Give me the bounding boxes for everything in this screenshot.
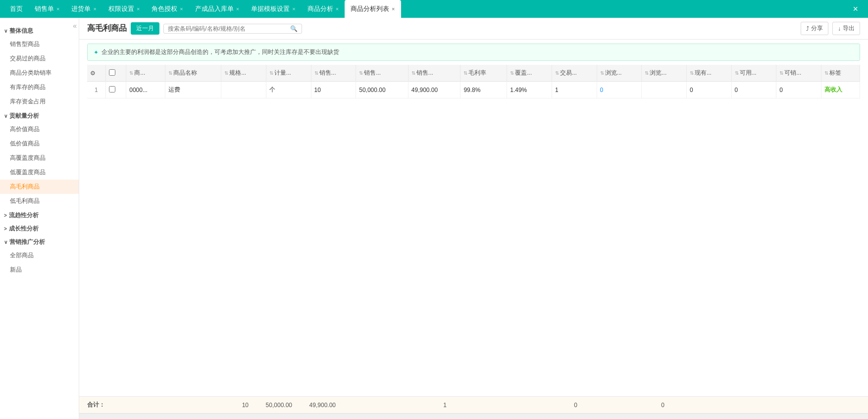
top-navigation: 首页销售单×进货单×权限设置×角色授权×产成品入库单×单据模板设置×商品分析×商… — [0, 0, 868, 18]
cell-spec — [221, 82, 266, 98]
nav-item-单据模板设置[interactable]: 单据模板设置× — [245, 0, 301, 18]
nav-close-销售单[interactable]: × — [56, 6, 59, 12]
nav-close-权限设置[interactable]: × — [137, 6, 140, 12]
cell-unit: 个 — [266, 82, 311, 98]
nav-item-商品分析列表[interactable]: 商品分析列表× — [345, 0, 401, 18]
nav-close-角色授权[interactable]: × — [180, 6, 183, 12]
row-checkbox[interactable] — [109, 86, 115, 93]
cell-tag: 高收入 — [821, 82, 860, 98]
sort-icon-view1[interactable]: ⇅ — [600, 70, 604, 76]
sidebar-group-贡献量分析[interactable]: ∨贡献量分析 — [0, 109, 79, 122]
sort-icon-stock_saleable[interactable]: ⇅ — [779, 70, 783, 76]
col-header-sales_qty[interactable]: ⇅销售... — [311, 65, 356, 82]
sidebar-item-销售型商品[interactable]: 销售型商品 — [0, 37, 79, 51]
group-arrow: ∨ — [4, 239, 7, 245]
sort-icon-unit[interactable]: ⇅ — [269, 70, 273, 76]
sidebar-item-全部商品[interactable]: 全部商品 — [0, 248, 79, 263]
search-input[interactable] — [168, 25, 290, 32]
nav-item-首页[interactable]: 首页 — [4, 0, 29, 18]
search-icon[interactable]: 🔍 — [290, 25, 298, 32]
sidebar-collapse-button[interactable]: « — [73, 22, 77, 30]
sort-icon-sales_amt[interactable]: ⇅ — [359, 70, 363, 76]
sidebar-item-低价值商品[interactable]: 低价值商品 — [0, 137, 79, 151]
sidebar-item-高价值商品[interactable]: 高价值商品 — [0, 122, 79, 137]
cell-code: 0000... — [126, 82, 165, 98]
col-header-trade_count[interactable]: ⇅交易... — [552, 65, 597, 82]
table-row: 10000...运费个1050,000.0049,900.0099.8%1.49… — [87, 82, 860, 98]
sort-icon-view2[interactable]: ⇅ — [645, 70, 649, 76]
select-all-checkbox[interactable] — [109, 69, 115, 76]
col-header-unit[interactable]: ⇅计量... — [266, 65, 311, 82]
share-button[interactable]: ⤴ 分享 — [801, 22, 828, 35]
cell-trade_count: 1 — [552, 82, 597, 98]
nav-item-销售单[interactable]: 销售单× — [29, 0, 65, 18]
sort-icon-tag[interactable]: ⇅ — [824, 70, 828, 76]
table-footer: 合计： 10 50,000.00 49,900.00 1 0 0 — [79, 396, 868, 413]
sort-icon-coverage[interactable]: ⇅ — [510, 70, 514, 76]
col-header-spec[interactable]: ⇅规格... — [221, 65, 266, 82]
sidebar-item-低覆盖度商品[interactable]: 低覆盖度商品 — [0, 165, 79, 180]
sidebar-item-高毛利商品[interactable]: 高毛利商品 — [0, 180, 79, 194]
sort-icon-sales_qty[interactable]: ⇅ — [314, 70, 318, 76]
col-header-tag[interactable]: ⇅标签 — [821, 65, 860, 82]
sort-icon-code[interactable]: ⇅ — [129, 70, 133, 76]
sidebar-item-交易过的商品[interactable]: 交易过的商品 — [0, 51, 79, 66]
sidebar-item-新品[interactable]: 新品 — [0, 263, 79, 277]
sort-icon-name[interactable]: ⇅ — [168, 70, 172, 76]
main-layout: « ∨整体信息销售型商品交易过的商品商品分类助销率有库存的商品库存资金占用∨贡献… — [0, 18, 868, 419]
info-banner: ✦ 企业的主要的利润都是这部分商品创造的，可考虑加大推广，同时关注库存是不要出现… — [87, 44, 860, 61]
col-header-view2[interactable]: ⇅浏览... — [642, 65, 687, 82]
export-button[interactable]: ↓ 导出 — [832, 22, 860, 35]
cell-checkbox — [105, 82, 126, 98]
sort-icon-trade_count[interactable]: ⇅ — [555, 70, 559, 76]
nav-close-进货单[interactable]: × — [93, 6, 96, 12]
col-header-code[interactable]: ⇅商... — [126, 65, 165, 82]
content-header: 高毛利商品 近一月 🔍 ⤴ 分享 ↓ 导出 — [79, 18, 868, 40]
col-header-checkbox[interactable] — [105, 65, 126, 82]
sidebar-group-营销推广分析[interactable]: ∨营销推广分析 — [0, 235, 79, 248]
settings-icon[interactable]: ⚙ — [90, 70, 96, 77]
sidebar-item-库存资金占用[interactable]: 库存资金占用 — [0, 94, 79, 109]
nav-close-商品分析[interactable]: × — [336, 6, 339, 12]
sidebar-group-成长性分析[interactable]: >成长性分析 — [0, 222, 79, 235]
nav-item-权限设置[interactable]: 权限设置× — [102, 0, 146, 18]
window-close-button[interactable]: × — [847, 0, 864, 18]
col-header-stock_saleable[interactable]: ⇅可销... — [776, 65, 821, 82]
sidebar-item-商品分类助销率[interactable]: 商品分类助销率 — [0, 66, 79, 80]
cell-coverage: 1.49% — [507, 82, 552, 98]
horizontal-scrollbar[interactable] — [79, 413, 868, 419]
col-header-view1[interactable]: ⇅浏览... — [597, 65, 642, 82]
col-header-stock_current[interactable]: ⇅现有... — [686, 65, 731, 82]
col-header-settings[interactable]: ⚙ — [87, 65, 105, 82]
cell-sales_amt: 50,000.00 — [356, 82, 408, 98]
sort-icon-stock_available[interactable]: ⇅ — [735, 70, 739, 76]
col-header-name[interactable]: ⇅商品名称 — [165, 65, 221, 82]
nav-close-产成品入库单[interactable]: × — [236, 6, 239, 12]
nav-item-商品分析[interactable]: 商品分析× — [302, 0, 345, 18]
col-header-gross_margin[interactable]: ⇅毛利率 — [460, 65, 507, 82]
sidebar-group-流趋性分析[interactable]: >流趋性分析 — [0, 208, 79, 222]
sidebar-item-高覆盖度商品[interactable]: 高覆盖度商品 — [0, 151, 79, 165]
col-header-sales_amt[interactable]: ⇅销售... — [356, 65, 408, 82]
nav-close-商品分析列表[interactable]: × — [392, 6, 395, 12]
sidebar-item-低毛利商品[interactable]: 低毛利商品 — [0, 194, 79, 208]
tip-icon: ✦ — [94, 49, 99, 56]
sort-icon-sales_profit[interactable]: ⇅ — [411, 70, 415, 76]
sort-icon-spec[interactable]: ⇅ — [224, 70, 228, 76]
col-header-sales_profit[interactable]: ⇅销售... — [408, 65, 460, 82]
data-table: ⚙⇅商...⇅商品名称⇅规格...⇅计量...⇅销售...⇅销售...⇅销售..… — [87, 65, 860, 98]
link-cell[interactable]: 0 — [600, 87, 604, 93]
nav-item-进货单[interactable]: 进货单× — [65, 0, 102, 18]
sidebar-item-有库存的商品[interactable]: 有库存的商品 — [0, 80, 79, 94]
col-header-stock_available[interactable]: ⇅可用... — [731, 65, 776, 82]
cell-stock_saleable: 0 — [776, 82, 821, 98]
group-arrow: > — [4, 226, 7, 232]
nav-item-角色授权[interactable]: 角色授权× — [146, 0, 189, 18]
col-header-coverage[interactable]: ⇅覆盖... — [507, 65, 552, 82]
sort-icon-stock_current[interactable]: ⇅ — [690, 70, 694, 76]
sort-icon-gross_margin[interactable]: ⇅ — [463, 70, 467, 76]
nav-item-产成品入库单[interactable]: 产成品入库单× — [189, 0, 245, 18]
filter-recent-month-button[interactable]: 近一月 — [131, 22, 159, 35]
nav-close-单据模板设置[interactable]: × — [292, 6, 295, 12]
sidebar-group-整体信息[interactable]: ∨整体信息 — [0, 24, 79, 37]
